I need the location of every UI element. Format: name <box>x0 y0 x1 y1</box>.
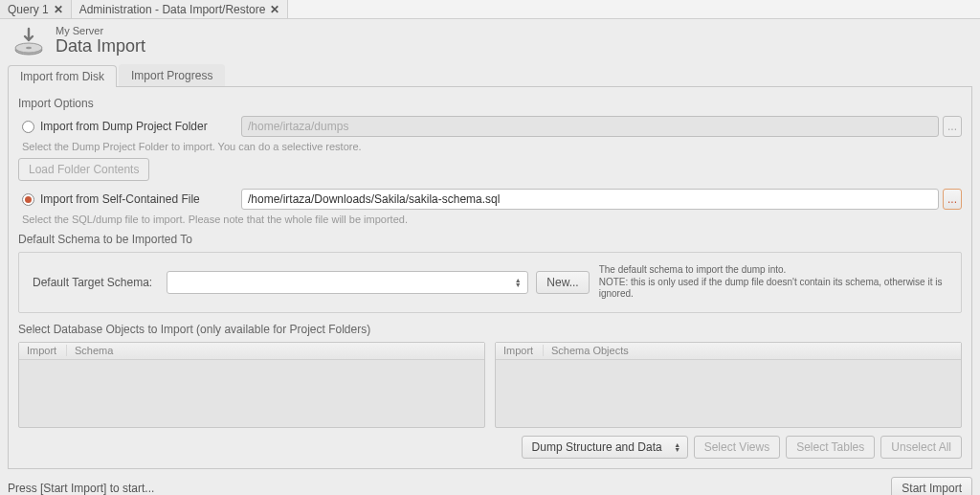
select-tables-button[interactable]: Select Tables <box>786 436 875 459</box>
objects-lists: Import Schema Import Schema Objects <box>18 342 962 428</box>
dump-mode-select[interactable]: Dump Structure and Data ▲▼ <box>522 436 688 459</box>
footer-msg: Press [Start Import] to start... <box>8 482 154 495</box>
dump-folder-path-input <box>241 116 939 137</box>
close-icon[interactable]: ✕ <box>54 3 63 16</box>
self-file-path-input[interactable] <box>241 189 939 210</box>
content-panel: Import Options Import from Dump Project … <box>8 87 972 469</box>
close-icon[interactable]: ✕ <box>270 3 279 16</box>
tab-strip: Query 1 ✕ Administration - Data Import/R… <box>0 0 980 19</box>
chevron-updown-icon: ▲▼ <box>512 278 523 287</box>
select-views-button[interactable]: Select Views <box>694 436 780 459</box>
schema-list[interactable]: Import Schema <box>18 342 485 428</box>
tab-label: Administration - Data Import/Restore <box>79 3 266 16</box>
import-options-label: Import Options <box>18 97 962 110</box>
start-import-button[interactable]: Start Import <box>891 477 972 496</box>
dump-folder-hint: Select the Dump Project Folder to import… <box>22 141 962 152</box>
self-file-label: Import from Self-Contained File <box>40 192 241 206</box>
objects-bottom-bar: Dump Structure and Data ▲▼ Select Views … <box>18 436 962 459</box>
tab-admin-import[interactable]: Administration - Data Import/Restore ✕ <box>72 0 289 18</box>
objects-group-label: Select Database Objects to Import (only … <box>18 323 962 336</box>
schema-note: The default schema to import the dump in… <box>599 264 951 301</box>
default-schema-group: Default Schema to be Imported To <box>18 233 962 246</box>
radio-dump-folder[interactable] <box>22 121 34 133</box>
import-icon <box>11 27 46 56</box>
page-header: My Server Data Import <box>0 19 980 64</box>
col-import: Import <box>496 345 544 356</box>
tab-import-from-disk[interactable]: Import from Disk <box>8 65 117 87</box>
svg-point-2 <box>26 46 32 48</box>
default-schema-label: Default Target Schema: <box>33 276 167 289</box>
browse-self-file-button[interactable]: ... <box>943 189 962 210</box>
new-schema-button[interactable]: New... <box>536 271 589 294</box>
dump-folder-label: Import from Dump Project Folder <box>40 120 241 133</box>
tab-label: Query 1 <box>8 3 49 16</box>
dump-folder-row: Import from Dump Project Folder ... <box>18 116 962 137</box>
tab-query[interactable]: Query 1 ✕ <box>0 0 72 18</box>
col-import: Import <box>19 345 67 356</box>
col-schema: Schema <box>67 345 484 356</box>
page-title: Data Import <box>56 36 145 56</box>
load-folder-button[interactable]: Load Folder Contents <box>18 158 149 181</box>
tab-import-progress[interactable]: Import Progress <box>119 64 225 86</box>
schema-objects-list[interactable]: Import Schema Objects <box>495 342 962 428</box>
default-schema-panel: Default Target Schema: ▲▼ New... The def… <box>18 252 962 313</box>
dump-mode-value: Dump Structure and Data <box>532 440 662 454</box>
footer: Press [Start Import] to start... Start I… <box>8 477 972 496</box>
inner-tabs: Import from Disk Import Progress <box>8 64 972 87</box>
unselect-all-button[interactable]: Unselect All <box>880 436 962 459</box>
browse-dump-folder-button[interactable]: ... <box>943 116 962 137</box>
default-schema-select[interactable]: ▲▼ <box>167 271 528 294</box>
self-file-hint: Select the SQL/dump file to import. Plea… <box>22 214 962 225</box>
self-file-row: Import from Self-Contained File ... <box>18 189 962 210</box>
radio-self-file[interactable] <box>22 193 34 206</box>
server-name: My Server <box>56 25 145 36</box>
col-schema-objects: Schema Objects <box>544 345 961 356</box>
chevron-updown-icon: ▲▼ <box>672 442 683 452</box>
